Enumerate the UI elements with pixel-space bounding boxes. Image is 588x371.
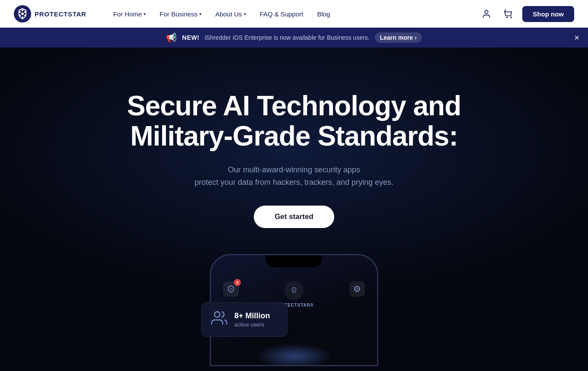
learn-more-link[interactable]: Learn more ›: [375, 32, 422, 43]
hero-headline: Secure AI Technology and Military-Grade …: [127, 91, 461, 152]
announcement-bar: 📢 NEW! iShredder iOS Enterprise is now a…: [0, 28, 588, 48]
users-icon: [211, 310, 227, 326]
svg-point-12: [294, 290, 295, 291]
nav-item-blog[interactable]: Blog: [311, 7, 336, 21]
phone-gear-app-icon: ⚙: [349, 281, 365, 297]
stats-badge: 8+ Million active users: [201, 302, 288, 337]
hero-subtitle: Our multi-award-winning security apps pr…: [195, 164, 393, 189]
phone-glow-effect: [255, 343, 333, 366]
stats-number: 8+ Million: [234, 311, 270, 321]
svg-point-4: [24, 15, 26, 16]
phone-mockup-container: 3 PROTECTSTAR® ⚙: [210, 254, 378, 366]
nav-links: For Home ▾ For Business ▾ About Us ▾ FAQ…: [107, 7, 479, 21]
megaphone-icon: 📢: [166, 32, 177, 43]
new-badge: NEW!: [182, 34, 199, 41]
chevron-down-icon: ▾: [144, 12, 146, 16]
close-announcement-button[interactable]: ×: [574, 33, 579, 42]
nav-item-for-home[interactable]: For Home ▾: [107, 7, 152, 21]
nav-item-about-us[interactable]: About Us ▾: [209, 7, 252, 21]
logo-link[interactable]: PROTECTSTAR: [14, 5, 86, 22]
svg-point-1: [21, 13, 24, 15]
chevron-down-icon: ▾: [244, 12, 246, 16]
svg-point-5: [22, 16, 23, 18]
svg-point-13: [214, 312, 220, 317]
svg-point-6: [19, 15, 21, 16]
stats-label: active users: [234, 321, 270, 329]
nav-actions: Shop now: [479, 6, 574, 22]
navbar: PROTECTSTAR For Home ▾ For Business ▾ Ab…: [0, 0, 588, 28]
nav-item-faq[interactable]: FAQ & Support: [254, 7, 310, 21]
svg-point-3: [24, 11, 26, 13]
phone-protectstar-icon: [289, 286, 299, 295]
phone-shield-app-icon: 3: [223, 281, 239, 297]
phone-notch: [266, 255, 322, 267]
logo-text: PROTECTSTAR: [35, 10, 86, 18]
nav-item-for-business[interactable]: For Business ▾: [153, 7, 208, 21]
cart-icon: [503, 9, 513, 19]
phone-inner: 3 PROTECTSTAR® ⚙: [211, 267, 377, 308]
svg-point-10: [511, 17, 512, 18]
cart-button[interactable]: [501, 6, 515, 21]
svg-point-2: [22, 10, 23, 11]
stats-text: 8+ Million active users: [234, 311, 270, 328]
logo-icon: [14, 5, 31, 22]
svg-point-7: [19, 11, 21, 13]
shop-now-button[interactable]: Shop now: [522, 6, 574, 22]
hero-section: Secure AI Technology and Military-Grade …: [0, 48, 588, 371]
svg-point-8: [485, 10, 488, 13]
chevron-right-icon: ›: [415, 34, 417, 41]
chevron-down-icon: ▾: [199, 12, 201, 16]
account-button[interactable]: [479, 6, 494, 21]
user-icon: [482, 9, 491, 19]
svg-point-11: [230, 289, 232, 290]
svg-point-9: [507, 17, 508, 18]
gear-icon: ⚙: [353, 284, 361, 294]
people-icon: [211, 310, 227, 330]
shield-icon: [227, 285, 235, 293]
phone-logo-circle: [284, 281, 304, 300]
notification-badge: 3: [234, 279, 241, 286]
get-started-button[interactable]: Get started: [254, 206, 334, 228]
announcement-message: iShredder iOS Enterprise is now availabl…: [205, 34, 369, 41]
